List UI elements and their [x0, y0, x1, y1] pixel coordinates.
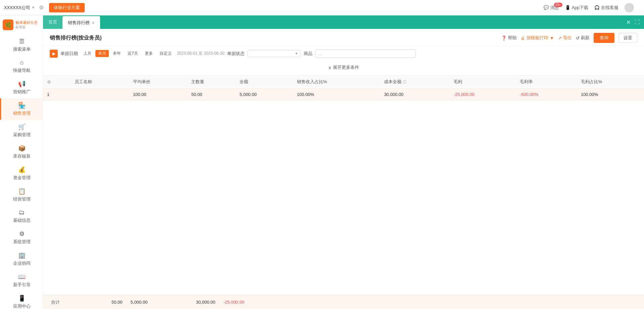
sidebar-item-sales[interactable]: 🏪 销售管理 [0, 98, 43, 120]
sidebar-item-basic[interactable]: 🗂 基础信息 [0, 206, 43, 227]
finance-icon: 💰 [18, 166, 26, 173]
sidebar-item-search-order[interactable]: ☰ 搜索菜单 [0, 34, 43, 56]
date-tab-this-month[interactable]: 本月 [95, 50, 109, 57]
message-badge: 99+ [554, 3, 562, 7]
refresh-button[interactable]: ↺ 刷新 [576, 35, 590, 41]
cell-avg-price: 100.00 [129, 89, 187, 101]
total-label: 合计 [47, 299, 64, 305]
date-tab-custom[interactable]: 自定义 [157, 50, 174, 57]
collab-icon: 🏢 [18, 252, 26, 259]
purchase-icon: 🛒 [18, 123, 26, 131]
cell-gross: -25,000.00 [449, 89, 516, 101]
col-cost: 成本全额 ⓘ [380, 75, 449, 89]
sidebar-logo: 🌿 畅康通好生意 标准版 [0, 15, 43, 34]
content-area: 首页 销售排行榜 ✕ ✕ ⛶ 销售排行榜(按业务员) ❓ 帮助 [43, 15, 644, 309]
col-qty: 主数量 [187, 75, 235, 89]
system-icon: ⚙ [19, 230, 25, 238]
tab-home[interactable]: 首页 [43, 15, 62, 29]
message-icon: 💬 [544, 5, 549, 10]
tab-home-label: 首页 [48, 19, 57, 25]
page-content: 销售排行榜(按业务员) ❓ 帮助 🖨 按模板打印 ▼ ↗ 导出 [43, 29, 644, 309]
expand-label: 展开更多条件 [333, 64, 359, 70]
settings-button[interactable]: 设置 [618, 33, 637, 43]
col-gross-pct: 毛利占比% [577, 75, 644, 89]
sidebar-item-marketing[interactable]: 📢 营销推广 [0, 77, 43, 98]
data-table: ⚙ 员工名称 平均单价 主数量 全额 销售收入占比% 成本全额 ⓘ 毛利 毛利率… [43, 75, 644, 101]
cell-gross-rate: -500.00% [516, 89, 577, 101]
footer-total: 合计 50.00 5,000.00 30,000.00 -25,000.00 [43, 295, 644, 309]
help-button[interactable]: ❓ 帮助 [501, 35, 517, 41]
table-container: ⚙ 员工名称 平均单价 主数量 全额 销售收入占比% 成本全额 ⓘ 毛利 毛利率… [43, 75, 644, 295]
cell-cost: 30,000.00 [380, 89, 449, 101]
headset-icon: 🎧 [594, 5, 600, 10]
page-header: 销售排行榜(按业务员) ❓ 帮助 🖨 按模板打印 ▼ ↗ 导出 [43, 29, 644, 46]
sidebar-item-label: 新手引导 [13, 282, 31, 288]
sidebar-item-label: 应用中心 [13, 303, 31, 309]
sidebar-item-label: 资金管理 [13, 175, 31, 181]
sales-icon: 🏪 [18, 102, 26, 109]
col-settings[interactable]: ⚙ [43, 75, 71, 89]
sidebar-item-collab[interactable]: 🏢 企业协同 [0, 248, 43, 270]
col-gross: 毛利 [449, 75, 516, 89]
date-label: 单据日期 [60, 51, 78, 57]
basic-icon: 🗂 [19, 209, 25, 216]
sidebar-item-inventory[interactable]: 📦 库存核算 [0, 141, 43, 163]
message-icon-group[interactable]: 💬 消息 99+ [544, 5, 559, 11]
cell-gross-pct: 100.00% [577, 89, 644, 101]
date-tab-this-year[interactable]: 本年 [110, 50, 124, 57]
sidebar-item-label: 营销推广 [13, 89, 31, 95]
trial-button[interactable]: 体验行业方案 [49, 3, 85, 12]
cell-rank: 1 [43, 89, 71, 101]
status-label: 单据状态 [227, 51, 245, 57]
cost-info-icon[interactable]: ⓘ [403, 80, 406, 84]
sidebar-item-label: 经营管理 [13, 196, 31, 202]
sidebar-item-operations[interactable]: 📋 经营管理 [0, 184, 43, 206]
total-cost: 30,000.00 [192, 300, 219, 305]
cell-amount: 5,000.00 [235, 89, 293, 101]
app-download-group[interactable]: 📱 App下载 [565, 5, 588, 11]
sidebar-item-label: 基础信息 [13, 217, 31, 223]
tab-maximize-icon[interactable]: ⛶ [635, 19, 640, 25]
online-label: 在线客服 [601, 5, 618, 11]
query-button[interactable]: 查询 [594, 33, 614, 43]
tab-sales-rank[interactable]: 销售排行榜 ✕ [62, 16, 100, 30]
filter-expand-arrow[interactable]: ▶ [50, 50, 58, 58]
sidebar-item-guide[interactable]: 📖 新手引导 [0, 270, 43, 291]
date-tabs: 上月 本月 本年 近7天 更多 自定义 [81, 50, 174, 57]
sidebar-item-system[interactable]: ⚙ 系统管理 [0, 227, 43, 248]
sidebar-item-apps[interactable]: 📱 应用中心 [0, 291, 43, 309]
export-button[interactable]: ↗ 导出 [558, 35, 572, 41]
company-selector[interactable]: XXXXXX公司 ▼ [4, 5, 35, 11]
col-gross-rate: 毛利率 [516, 75, 577, 89]
app-icon: 📱 [565, 5, 570, 10]
export-label: 导出 [563, 35, 572, 41]
col-avg-price: 平均单价 [129, 75, 187, 89]
template-print-button[interactable]: 🖨 按模板打印 ▼ [521, 35, 554, 41]
settings-icon[interactable]: ⚙ [39, 4, 44, 11]
top-bar-right: 💬 消息 99+ 📱 App下载 🎧 在线客服 [544, 3, 640, 12]
tab-close-window-icon[interactable]: ✕ [626, 19, 631, 25]
date-tab-7days[interactable]: 近7天 [125, 50, 141, 57]
inventory-icon: 📦 [18, 145, 26, 152]
goods-select[interactable]: ... [315, 49, 416, 58]
expand-more-btn[interactable]: ∨ 展开更多条件 [50, 63, 637, 72]
page-title: 销售排行榜(按业务员) [50, 35, 102, 42]
sidebar-item-quick-nav[interactable]: ⌂ 快捷导航 [0, 56, 43, 77]
main-layout: 🌿 畅康通好生意 标准版 ☰ 搜索菜单 ⌂ 快捷导航 📢 营销推广 🏪 销售管理… [0, 15, 644, 309]
guide-icon: 📖 [18, 273, 26, 280]
date-tab-last-month[interactable]: 上月 [81, 50, 94, 57]
sidebar-item-purchase[interactable]: 🛒 采购管理 [0, 120, 43, 141]
tab-close-icon[interactable]: ✕ [92, 21, 95, 25]
cell-name [71, 89, 129, 101]
export-icon: ↗ [558, 36, 562, 41]
logo-icon: 🌿 [3, 19, 13, 30]
status-select[interactable]: ▼ [247, 50, 301, 57]
avatar[interactable] [625, 3, 634, 12]
apps-icon: 📱 [18, 295, 26, 302]
online-service-group[interactable]: 🎧 在线客服 [594, 5, 618, 11]
sidebar: 🌿 畅康通好生意 标准版 ☰ 搜索菜单 ⌂ 快捷导航 📢 营销推广 🏪 销售管理… [0, 15, 43, 309]
home-icon: ⌂ [20, 59, 24, 66]
sidebar-item-finance[interactable]: 💰 资金管理 [0, 163, 43, 184]
search-menu-icon: ☰ [19, 38, 25, 45]
date-tab-more[interactable]: 更多 [142, 50, 156, 57]
